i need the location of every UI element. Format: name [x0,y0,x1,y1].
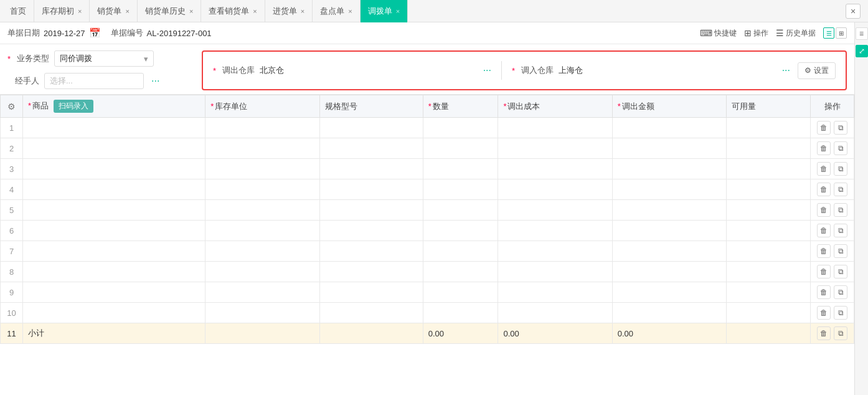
copy-icon[interactable]: ⧉ [834,183,847,196]
product-cell[interactable] [23,221,205,241]
copy-icon[interactable]: ⧉ [834,244,847,258]
tab-sales-history[interactable]: 销货单历史 × [138,0,201,22]
quantity-cell[interactable] [423,303,498,323]
delete-icon[interactable]: 🗑 [817,326,831,340]
unit-cell[interactable] [205,241,319,262]
amount-cell[interactable] [612,282,726,303]
unit-cell[interactable] [205,262,319,282]
quantity-cell[interactable] [423,179,498,200]
product-cell[interactable] [23,262,205,282]
tab-sales-order-close[interactable]: × [125,7,129,15]
amount-cell[interactable] [612,262,726,282]
spec-cell[interactable] [319,200,423,221]
copy-icon[interactable]: ⧉ [834,203,847,217]
cost-cell[interactable] [498,200,612,221]
sidebar-expand-icon[interactable]: ⤢ [856,45,868,57]
setting-button[interactable]: ⚙ 设置 [798,62,836,79]
product-cell[interactable] [23,159,205,179]
cost-cell[interactable] [498,159,612,179]
copy-icon[interactable]: ⧉ [834,285,847,299]
cost-cell[interactable] [498,179,612,200]
unit-cell[interactable] [205,221,319,241]
spec-cell[interactable] [319,138,423,159]
unit-cell[interactable] [205,138,319,159]
tab-transfer[interactable]: 调拨单 × [361,0,408,22]
copy-icon[interactable]: ⧉ [834,306,847,320]
spec-cell[interactable] [319,221,423,241]
spec-cell[interactable] [319,262,423,282]
delete-icon[interactable]: 🗑 [817,306,831,320]
operation-button[interactable]: ⊞ 操作 [744,28,768,39]
tab-sales-order[interactable]: 销货单 × [90,0,137,22]
spec-cell[interactable] [319,179,423,200]
calendar-icon[interactable]: 📅 [89,27,101,39]
unit-cell[interactable] [205,118,319,138]
tab-stock-count-close[interactable]: × [348,7,352,15]
amount-cell[interactable] [612,138,726,159]
copy-icon[interactable]: ⧉ [834,121,847,135]
quantity-cell[interactable] [423,262,498,282]
cost-cell[interactable] [498,221,612,241]
layout-grid-button[interactable]: ⊞ [836,27,847,39]
tab-transfer-close[interactable]: × [396,7,400,15]
amount-cell[interactable] [612,118,726,138]
scan-button[interactable]: 扫码录入 [54,100,93,113]
delete-icon[interactable]: 🗑 [817,203,831,217]
copy-icon[interactable]: ⧉ [834,265,847,278]
product-cell[interactable] [23,241,205,262]
layout-list-button[interactable]: ☰ [823,27,834,39]
quantity-cell[interactable] [423,221,498,241]
tab-inventory-init-close[interactable]: × [78,7,82,15]
spec-cell[interactable] [319,282,423,303]
unit-cell[interactable] [205,282,319,303]
handler-more-icon[interactable]: ··· [151,75,159,87]
product-cell[interactable] [23,118,205,138]
quantity-cell[interactable] [423,159,498,179]
cost-cell[interactable] [498,118,612,138]
copy-icon[interactable]: ⧉ [834,162,847,176]
delete-icon[interactable]: 🗑 [817,183,831,196]
quantity-cell[interactable] [423,241,498,262]
spec-cell[interactable] [319,303,423,323]
tab-purchase-order-close[interactable]: × [301,7,304,15]
delete-icon[interactable]: 🗑 [817,224,831,237]
wh-in-more-icon[interactable]: ··· [782,65,790,76]
delete-icon[interactable]: 🗑 [817,121,831,135]
business-type-select[interactable]: 同价调拨 ▾ [54,50,154,67]
tab-home[interactable]: 首页 [2,0,34,22]
copy-icon[interactable]: ⧉ [834,224,847,237]
delete-icon[interactable]: 🗑 [817,162,831,176]
product-cell[interactable] [23,138,205,159]
tab-stock-count[interactable]: 盘点单 × [313,0,360,22]
tab-purchase-order[interactable]: 进货单 × [265,0,313,22]
copy-icon[interactable]: ⧉ [834,326,847,340]
cost-cell[interactable] [498,241,612,262]
unit-cell[interactable] [205,179,319,200]
quantity-cell[interactable] [423,200,498,221]
cost-cell[interactable] [498,303,612,323]
tab-view-sales[interactable]: 查看销货单 × [201,0,265,22]
amount-cell[interactable] [612,303,726,323]
unit-cell[interactable] [205,200,319,221]
shortcut-button[interactable]: ⌨ 快捷键 [700,28,737,39]
tab-inventory-init[interactable]: 库存期初 × [34,0,90,22]
spec-cell[interactable] [319,241,423,262]
table-gear-icon[interactable]: ⚙ [7,102,16,112]
cost-cell[interactable] [498,282,612,303]
amount-cell[interactable] [612,241,726,262]
amount-cell[interactable] [612,221,726,241]
product-cell[interactable] [23,303,205,323]
delete-icon[interactable]: 🗑 [817,285,831,299]
window-close-button[interactable]: × [846,4,861,19]
tab-view-sales-close[interactable]: × [253,7,257,15]
quantity-cell[interactable] [423,118,498,138]
tab-sales-history-close[interactable]: × [189,7,193,15]
product-cell[interactable] [23,282,205,303]
quantity-cell[interactable] [423,138,498,159]
history-button[interactable]: ☰ 历史单据 [776,28,816,39]
cost-cell[interactable] [498,262,612,282]
cost-cell[interactable] [498,138,612,159]
delete-icon[interactable]: 🗑 [817,244,831,258]
unit-cell[interactable] [205,159,319,179]
amount-cell[interactable] [612,179,726,200]
